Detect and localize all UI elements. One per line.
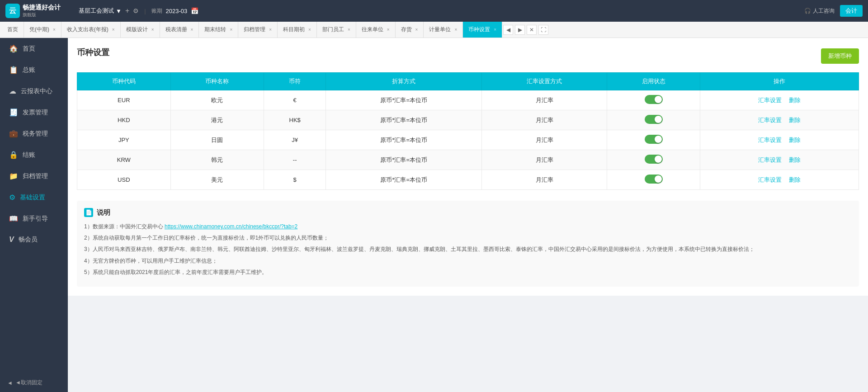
sidebar-item-home[interactable]: 🏠 首页 <box>0 38 68 59</box>
tax-icon: 💼 <box>9 129 18 138</box>
delete-link[interactable]: 删除 <box>789 156 801 163</box>
sidebar-item-member[interactable]: V 畅会员 <box>0 229 68 250</box>
period-value: 2023-03 <box>166 8 188 14</box>
rate-setting-link[interactable]: 汇率设置 <box>758 117 782 123</box>
tab-dept[interactable]: 部门员工 × <box>317 22 356 38</box>
tab-template-close[interactable]: × <box>151 27 154 32</box>
tab-subject-close[interactable]: × <box>308 27 311 32</box>
tab-partner[interactable]: 往来单位 × <box>356 22 396 38</box>
tab-currency-label: 币种设置 <box>468 26 490 33</box>
tab-tax[interactable]: 税表清册 × <box>160 22 199 38</box>
rate-setting-link[interactable]: 汇率设置 <box>758 137 782 143</box>
tab-prev-btn[interactable]: ◀ <box>503 25 513 35</box>
tab-subject[interactable]: 科目期初 × <box>278 22 317 38</box>
support-label: 人工咨询 <box>813 7 835 15</box>
notes-title: 📄 说明 <box>84 208 852 217</box>
tab-unit[interactable]: 计量单位 × <box>424 22 463 38</box>
tab-stock-label: 存货 <box>401 26 412 33</box>
col-symbol: 币符 <box>264 73 326 90</box>
tab-next-btn[interactable]: ▶ <box>515 25 525 35</box>
tab-currency[interactable]: 币种设置 × <box>463 22 502 38</box>
table-row: EUR欧元€原币*汇率=本位币月汇率 汇率设置 删除 <box>77 90 859 110</box>
delete-link[interactable]: 删除 <box>789 137 801 143</box>
tab-template[interactable]: 模版设计 × <box>121 22 160 38</box>
cell-4: 月汇率 <box>482 110 607 130</box>
cell-2: J¥ <box>264 130 326 150</box>
tab-dept-close[interactable]: × <box>348 27 350 32</box>
sidebar-label-member: 畅会员 <box>19 236 38 244</box>
toggle-switch[interactable] <box>645 115 663 124</box>
tab-income-close[interactable]: × <box>112 27 115 32</box>
tab-close-all-btn[interactable]: ✕ <box>527 25 537 35</box>
cell-1: 日圆 <box>170 130 264 150</box>
cell-1: 美元 <box>170 170 264 190</box>
chinamoney-link[interactable]: https://www.chinamoney.com.cn/chinese/bk… <box>165 223 297 230</box>
delete-link[interactable]: 删除 <box>789 176 801 183</box>
sidebar-item-ledger[interactable]: 📋 总账 <box>0 59 68 80</box>
invoice-icon: 🧾 <box>9 108 18 117</box>
tab-archive-close[interactable]: × <box>269 27 272 32</box>
dropdown-icon: ▼ <box>116 8 122 14</box>
pin-label: ◄取消固定 <box>15 379 42 387</box>
cell-4: 月汇率 <box>482 90 607 110</box>
toggle-switch[interactable] <box>645 95 663 104</box>
support-button[interactable]: 🎧 人工咨询 <box>804 7 835 15</box>
sidebar-item-invoice[interactable]: 🧾 发票管理 <box>0 102 68 123</box>
tab-fullscreen-btn[interactable]: ⛶ <box>538 25 548 35</box>
tab-period-end-close[interactable]: × <box>230 27 232 32</box>
toggle-switch[interactable] <box>645 135 663 144</box>
notes-title-text: 说明 <box>97 208 110 217</box>
sidebar-item-tax[interactable]: 💼 税务管理 <box>0 123 68 144</box>
rate-setting-link[interactable]: 汇率设置 <box>758 97 782 104</box>
toggle-switch[interactable] <box>645 175 663 184</box>
cell-0: USD <box>77 170 171 190</box>
sidebar-item-checkout[interactable]: 🔒 结账 <box>0 144 68 165</box>
cell-4: 月汇率 <box>482 130 607 150</box>
cell-toggle <box>607 130 700 150</box>
add-icon[interactable]: + <box>125 7 129 15</box>
cell-4: 月汇率 <box>482 150 607 170</box>
tab-voucher-close[interactable]: × <box>53 27 56 32</box>
sidebar-item-guide[interactable]: 📖 新手引导 <box>0 208 68 229</box>
tab-period-end[interactable]: 期末结转 × <box>199 22 238 38</box>
sidebar-pin-toggle[interactable]: ◄ ◄取消固定 <box>0 373 68 392</box>
account-button[interactable]: 会计 <box>840 5 863 17</box>
settings-icon[interactable]: ⚙ <box>133 7 139 14</box>
cell-actions: 汇率设置 删除 <box>700 130 859 150</box>
page-title: 币种设置 <box>77 47 109 58</box>
sidebar-item-archive[interactable]: 📁 归档管理 <box>0 165 68 187</box>
period-label: 账期 <box>151 7 162 15</box>
tab-bar: 首页 凭(中期) × 收入支出表(年报) × 模版设计 × 税表清册 × 期末结… <box>0 22 868 38</box>
tab-stock[interactable]: 存货 × <box>396 22 424 38</box>
col-rate-type: 汇率设置方式 <box>482 73 607 90</box>
tab-income[interactable]: 收入支出表(年报) × <box>61 22 121 38</box>
note-item: 2）系统自动获取每月第一个工作日的汇率标价，统一为直接标价法，即1外币可以兑换的… <box>84 234 852 242</box>
pin-icon: ◄ <box>7 380 13 386</box>
delete-link[interactable]: 删除 <box>789 97 801 104</box>
main-layout: 🏠 首页 📋 总账 ☁ 云报表中心 🧾 发票管理 💼 税务管理 🔒 结账 📁 归… <box>0 38 868 392</box>
sidebar-item-settings[interactable]: ⚙ 基础设置 <box>0 187 68 208</box>
tab-voucher[interactable]: 凭(中期) × <box>24 22 61 38</box>
notes-list: 1）数据来源：中国外汇交易中心 https://www.chinamoney.c… <box>84 222 852 277</box>
rate-setting-link[interactable]: 汇率设置 <box>758 176 782 183</box>
tab-stock-close[interactable]: × <box>415 27 418 32</box>
calendar-icon[interactable]: 📅 <box>191 7 198 14</box>
rate-setting-link[interactable]: 汇率设置 <box>758 156 782 163</box>
guide-icon: 📖 <box>9 214 18 223</box>
tab-currency-close[interactable]: × <box>494 27 496 32</box>
delete-link[interactable]: 删除 <box>789 117 801 123</box>
tab-home[interactable]: 首页 <box>2 22 24 38</box>
company-selector[interactable]: 基层工会测试 ▼ <box>79 7 122 15</box>
tab-unit-close[interactable]: × <box>454 27 457 32</box>
new-currency-button[interactable]: 新增币种 <box>821 48 859 64</box>
tab-tax-close[interactable]: × <box>191 27 193 32</box>
cell-3: 原币*汇率=本位币 <box>326 130 482 150</box>
cell-0: JPY <box>77 130 171 150</box>
sidebar-label-reports: 云报表中心 <box>21 87 52 95</box>
sidebar: 🏠 首页 📋 总账 ☁ 云报表中心 🧾 发票管理 💼 税务管理 🔒 结账 📁 归… <box>0 38 68 392</box>
sidebar-item-reports[interactable]: ☁ 云报表中心 <box>0 80 68 102</box>
tab-archive[interactable]: 归档管理 × <box>238 22 278 38</box>
tab-partner-close[interactable]: × <box>387 27 390 32</box>
toggle-switch[interactable] <box>645 155 663 164</box>
cell-toggle <box>607 110 700 130</box>
